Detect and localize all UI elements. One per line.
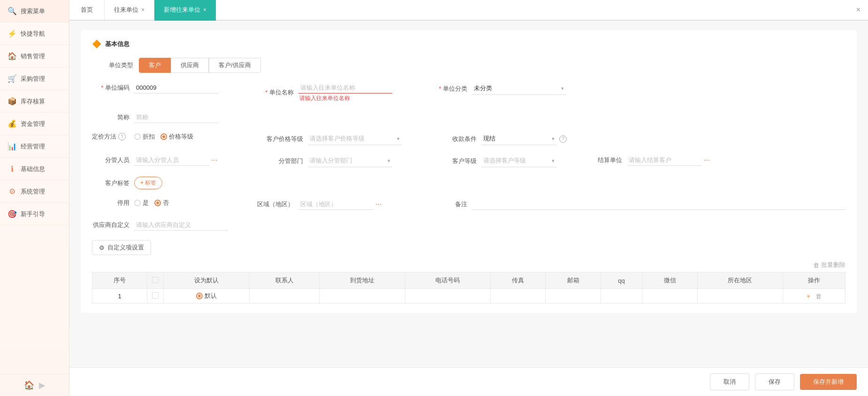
cell-contact [249, 289, 320, 303]
finance-icon: 💰 [8, 119, 17, 128]
sidebar-item-operations[interactable]: 📊 经营管理 [0, 135, 69, 158]
settlement-unit-more-button[interactable]: ··· [702, 156, 712, 164]
customer-level-select[interactable]: 请选择客户等级 ▾ [481, 155, 556, 167]
sidebar-item-search[interactable]: 🔍 搜索菜单 [0, 0, 69, 23]
sidebar-item-sales[interactable]: 🏠 销售管理 [0, 45, 69, 68]
form-row-1: 单位编码 单位名称 请输入往来单位名称 单位分类 未分 [92, 82, 845, 102]
row-checkbox[interactable] [152, 292, 159, 299]
department-select[interactable]: 请输入分管部门 ▾ [308, 155, 392, 167]
sidebar-item-system[interactable]: ⚙ 系统管理 [0, 180, 69, 203]
quick-nav-icon: ⚡ [8, 29, 17, 38]
gear-icon: ⚙ [99, 244, 105, 251]
disabled-radio-group: 是 否 [134, 199, 169, 207]
sales-icon: 🏠 [8, 52, 17, 61]
tab-new-contact-close[interactable]: × [203, 7, 206, 13]
delete-row-button[interactable]: 🗑 [815, 293, 822, 300]
note-field: 备注 [430, 199, 845, 210]
region-input[interactable] [298, 199, 373, 210]
manager-more-button[interactable]: ··· [209, 156, 219, 164]
table-row: 1 默认 [92, 289, 845, 303]
header-checkbox[interactable] [152, 277, 159, 283]
sidebar-bottom: 🏠 ▶ [0, 374, 69, 396]
customer-price-level-select[interactable]: 请选择客户价格等级 ▾ [308, 132, 402, 145]
payment-terms-help-icon[interactable]: ? [559, 135, 567, 143]
pricing-discount-label: 折扣 [143, 132, 155, 141]
save-button[interactable]: 保存 [755, 373, 794, 390]
cell-email [546, 289, 601, 303]
unit-name-input[interactable] [298, 82, 392, 93]
customer-level-label: 客户等级 [439, 157, 481, 165]
sidebar-home-icon[interactable]: 🏠 [24, 380, 34, 390]
settlement-unit-input[interactable] [627, 155, 702, 166]
col-fax: 传真 [491, 272, 546, 289]
cell-fax [491, 289, 546, 303]
unit-type-customer-button[interactable]: 客户 [139, 58, 171, 73]
payment-terms-field: 收款条件 现结 ▾ ? [439, 132, 589, 145]
col-operation: 操作 [783, 272, 845, 289]
note-input[interactable] [472, 199, 845, 210]
tab-contact-list[interactable]: 往来单位 × [105, 0, 154, 20]
col-address: 到货地址 [320, 272, 405, 289]
unit-type-both-button[interactable]: 客户/供应商 [209, 58, 261, 73]
sidebar-item-label: 基础信息 [21, 165, 45, 173]
sidebar-item-label: 搜索菜单 [21, 7, 45, 16]
default-radio[interactable]: 默认 [168, 292, 244, 300]
cell-checkbox [147, 289, 164, 303]
sidebar-item-beginner[interactable]: 🎯 新手引导 [0, 203, 69, 225]
settlement-unit-field: 结算单位 ··· [585, 155, 735, 166]
disabled-no-radio[interactable]: 否 [154, 199, 169, 207]
short-name-input[interactable] [134, 112, 219, 123]
pricing-discount-radio[interactable]: 折扣 [134, 132, 155, 141]
batch-delete-button[interactable]: 🗑 批量删除 [92, 261, 845, 269]
unit-type-row: 单位类型 客户 供应商 客户/供应商 [92, 58, 845, 73]
sidebar-item-inventory[interactable]: 📦 库存核算 [0, 90, 69, 113]
sidebar-item-basic-info[interactable]: ℹ 基础信息 [0, 158, 69, 180]
tab-contact-list-close[interactable]: × [141, 7, 145, 13]
sidebar-item-label: 销售管理 [21, 52, 45, 61]
unit-code-field: 单位编码 [92, 82, 242, 93]
form-row-5: 客户标签 + 标签 [92, 177, 845, 189]
main-content: 首页 往来单位 × 新增往来单位 × × 🔶 基本信息 单位类型 客户 供应商 … [69, 0, 868, 396]
unit-code-label: 单位编码 [92, 84, 134, 92]
col-contact: 联系人 [249, 272, 320, 289]
region-more-button[interactable]: ··· [373, 201, 383, 208]
save-new-button[interactable]: 保存并新增 [800, 374, 857, 390]
disabled-yes-label: 是 [143, 199, 149, 207]
sidebar-expand-icon[interactable]: ▶ [39, 380, 46, 390]
basic-info-icon: ℹ [8, 164, 17, 173]
cell-address [320, 289, 405, 303]
cancel-button[interactable]: 取消 [710, 373, 749, 390]
tab-home[interactable]: 首页 [69, 0, 105, 20]
add-tag-button[interactable]: + 标签 [134, 177, 162, 189]
manager-label: 分管人员 [92, 156, 134, 164]
unit-code-input[interactable] [134, 82, 219, 93]
close-all-tabs-button[interactable]: × [849, 6, 868, 14]
batch-delete-label: 批量删除 [821, 261, 845, 269]
add-row-button[interactable]: + [807, 293, 810, 300]
manager-input[interactable] [134, 155, 209, 166]
department-placeholder: 请输入分管部门 [310, 156, 388, 165]
sidebar-item-finance[interactable]: 💰 资金管理 [0, 113, 69, 135]
department-label: 分管部门 [266, 157, 308, 165]
sidebar-item-label: 快捷导航 [21, 30, 45, 38]
section-icon: 🔶 [92, 39, 101, 48]
sidebar-item-purchase[interactable]: 🛒 采购管理 [0, 68, 69, 90]
form-row-2: 简称 [92, 112, 845, 123]
pricing-method-help-icon[interactable]: ? [118, 133, 126, 140]
disabled-yes-radio[interactable]: 是 [134, 199, 149, 207]
section-title: 🔶 基本信息 [92, 39, 845, 48]
short-name-field: 简称 [92, 112, 242, 123]
tab-new-contact[interactable]: 新增往来单位 × [154, 0, 216, 20]
custom-settings-button[interactable]: ⚙ 自定义项设置 [92, 240, 151, 255]
pricing-method-radio-group: 折扣 价格等级 [134, 132, 193, 141]
unit-type-supplier-button[interactable]: 供应商 [171, 58, 209, 73]
tab-bar: 首页 往来单位 × 新增往来单位 × × [69, 0, 868, 21]
pricing-level-radio[interactable]: 价格等级 [160, 132, 193, 141]
supplier-custom-input[interactable] [134, 219, 228, 231]
section-title-text: 基本信息 [105, 40, 129, 48]
payment-terms-value: 现结 [483, 134, 552, 143]
sidebar-item-quicknav[interactable]: ⚡ 快捷导航 [0, 23, 69, 45]
unit-category-select[interactable]: 未分类 ▾ [472, 82, 566, 95]
payment-terms-select[interactable]: 现结 ▾ [481, 132, 556, 145]
disabled-field: 停用 是 否 [92, 199, 242, 207]
